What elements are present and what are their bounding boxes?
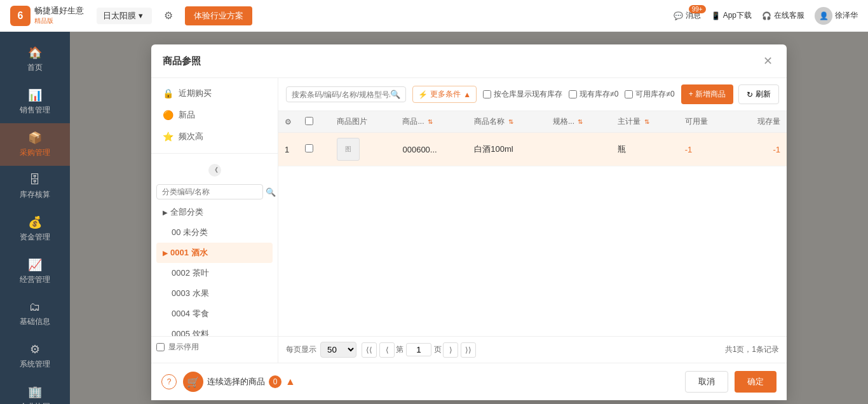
pagination-bar: 每页显示 50 10 20 100 ⟨⟨ ⟨ 第 页: [278, 336, 787, 363]
sidebar-item-system[interactable]: ⚙ 系统管理: [0, 335, 70, 377]
sidebar-item-stock[interactable]: 🗄 库存核算: [0, 166, 70, 208]
th-stock: 现存量: [733, 111, 787, 133]
sidebar-item-sales[interactable]: 📊 销售管理: [0, 81, 70, 123]
cat-c00-label: 00 未分类: [172, 227, 208, 238]
new-icon: 🟠: [163, 110, 173, 120]
cat-all[interactable]: ▶ 全部分类: [156, 202, 273, 222]
page-label: 第: [396, 344, 403, 355]
column-settings-icon[interactable]: ⚙: [285, 118, 292, 126]
th-checkbox: [299, 111, 330, 133]
help-button[interactable]: ?: [161, 374, 177, 389]
th-unit[interactable]: 主计量 ⇅: [611, 111, 678, 133]
refresh-button[interactable]: ↻ 刷新: [738, 84, 779, 104]
left-nav-recent[interactable]: 🔒 近期购买: [156, 83, 273, 104]
sidebar-item-enterprise[interactable]: 🏢 企业协同: [0, 377, 70, 404]
sidebar-item-home[interactable]: 🏠 首页: [0, 38, 70, 81]
chevron-down-icon: ▾: [139, 11, 143, 20]
basic-icon: 🗂: [29, 300, 41, 314]
online-service-nav-item[interactable]: 🎧 在线客服: [762, 10, 804, 21]
collapse-left-button[interactable]: 《: [208, 164, 221, 177]
th-name[interactable]: 商品名称 ⇅: [468, 111, 546, 133]
cat-c00[interactable]: 00 未分类: [156, 222, 273, 243]
sales-icon: 📊: [28, 88, 42, 102]
filter-icon: ⚡: [418, 90, 428, 99]
cat-c0004[interactable]: 0004 零食: [156, 304, 273, 324]
th-available: 可用量: [679, 111, 733, 133]
checkbox-usable[interactable]: [625, 90, 633, 98]
per-page-select[interactable]: 50 10 20 100: [320, 342, 356, 358]
product-search-input[interactable]: [292, 90, 390, 99]
right-panel: 🔍 ⚡ 更多条件 ▲ 按仓库显示现有库存: [278, 78, 787, 363]
close-button[interactable]: ✕: [760, 53, 775, 69]
cat-c0005-label: 0005 饮料: [172, 328, 209, 336]
sort-name-icon: ⇅: [508, 118, 513, 125]
logo-icon: 6: [10, 6, 31, 26]
cat-c0005[interactable]: 0005 饮料: [156, 324, 273, 336]
sidebar-item-purchase[interactable]: 📦 采购管理: [0, 123, 70, 166]
sidebar-item-basic[interactable]: 🗂 基础信息: [0, 293, 70, 335]
left-nav-new[interactable]: 🟠 新品: [156, 105, 273, 125]
trial-button[interactable]: 体验行业方案: [185, 6, 252, 25]
last-page-button[interactable]: ⟩⟩: [461, 342, 476, 358]
product-image: 图: [337, 138, 360, 161]
show-disabled-checkbox[interactable]: [156, 343, 165, 351]
user-nav-item[interactable]: 👤 徐泽华: [815, 7, 858, 25]
confirm-button[interactable]: 确定: [735, 371, 776, 393]
search-icon[interactable]: 🔍: [266, 187, 276, 197]
sidebar-item-operation[interactable]: 📈 经营管理: [0, 250, 70, 293]
checkbox-usable-label[interactable]: 可用库存≠0: [625, 89, 674, 100]
next-page-button[interactable]: ⟩: [443, 342, 458, 358]
settings-icon[interactable]: ⚙: [158, 6, 179, 26]
search-submit-icon[interactable]: 🔍: [390, 90, 400, 99]
main-layout: 🏠 首页 📊 销售管理 📦 采购管理 🗄 库存核算 💰 资金管理 📈 经营管理 …: [0, 32, 868, 404]
sidebar-label-fund: 资金管理: [20, 232, 50, 243]
select-all-checkbox[interactable]: [305, 117, 313, 125]
td-code: 000600...: [396, 133, 468, 166]
row-checkbox[interactable]: [305, 144, 313, 152]
system-icon: ⚙: [30, 342, 40, 356]
headset-icon: 🎧: [762, 11, 771, 20]
checkbox-stock-label[interactable]: 按仓库显示现有库存: [483, 89, 562, 100]
th-code[interactable]: 商品... ⇅: [396, 111, 468, 133]
first-page-button[interactable]: ⟨⟨: [362, 342, 377, 358]
left-nav-frequent[interactable]: ⭐ 频次高: [156, 126, 273, 147]
sidebar-item-fund[interactable]: 💰 资金管理: [0, 208, 70, 250]
category-search-input[interactable]: [156, 184, 263, 199]
cart-icon[interactable]: 🛒: [183, 372, 203, 392]
filter-button[interactable]: ⚡ 更多条件 ▲: [412, 86, 477, 103]
sidebar-label-stock: 库存核算: [20, 189, 50, 200]
sort-spec-icon: ⇅: [578, 118, 583, 125]
add-product-button[interactable]: + 新增商品: [681, 84, 733, 104]
cancel-button[interactable]: 取消: [685, 371, 728, 393]
sort-unit-icon: ⇅: [644, 118, 649, 125]
show-disabled-label[interactable]: 显示停用: [156, 342, 273, 353]
fund-icon: 💰: [28, 215, 42, 229]
logo-sub: 精品版: [34, 17, 84, 25]
cat-c0003[interactable]: 0003 水果: [156, 283, 273, 304]
left-panel: 🔒 近期购买 🟠 新品 ⭐ 频次高: [151, 78, 278, 363]
toolbar-right: + 新增商品 ↻ 刷新: [681, 84, 779, 104]
cat-c0002[interactable]: 0002 茶叶: [156, 263, 273, 283]
page-number-input[interactable]: [406, 343, 431, 356]
app-download-nav-item[interactable]: 📱 App下载: [711, 10, 752, 21]
cat-all-label: 全部分类: [170, 206, 203, 218]
prev-page-button[interactable]: ⟨: [379, 342, 395, 358]
modal-overlay: 商品参照 ✕ 🔒 近期购买 🟠: [70, 32, 868, 404]
th-spec[interactable]: 规格... ⇅: [546, 111, 611, 133]
left-nav: 🔒 近期购买 🟠 新品 ⭐ 频次高: [151, 83, 278, 154]
checkbox-stock[interactable]: [483, 90, 491, 98]
collapse-footer-icon[interactable]: ▲: [285, 376, 295, 387]
td-spec: [546, 133, 611, 166]
sidebar-label-system: 系统管理: [20, 359, 50, 370]
left-nav-recent-label: 近期购买: [179, 88, 212, 99]
store-selector[interactable]: 日太阳膜 ▾: [97, 8, 152, 24]
checkbox-available-label[interactable]: 现有库存≠0: [569, 89, 618, 100]
td-num: 1: [278, 133, 299, 166]
cat-c0001[interactable]: ▶ 0001 酒水: [156, 243, 273, 263]
table-row[interactable]: 1 图 000600... 白酒100ml: [278, 133, 787, 166]
message-nav-item[interactable]: 💬 消息 99+: [674, 10, 701, 21]
th-settings: ⚙: [278, 111, 299, 133]
sidebar-label-sales: 销售管理: [20, 105, 50, 116]
checkbox-available[interactable]: [569, 90, 577, 98]
logo-name: 畅捷通好生意: [34, 6, 84, 17]
